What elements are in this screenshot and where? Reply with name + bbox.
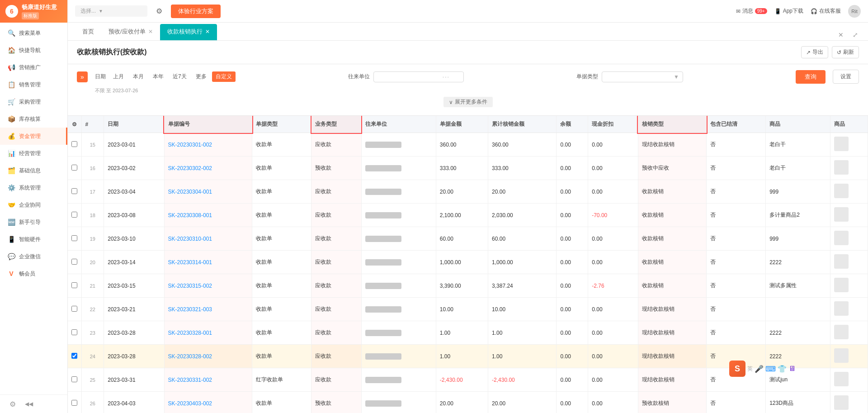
sidebar-item-finance[interactable]: 💰 资金管理 bbox=[0, 128, 67, 145]
solution-btn[interactable]: 体验行业方案 bbox=[171, 5, 221, 18]
refresh-icon: ↺ bbox=[837, 49, 841, 56]
cell-row_num: 16 bbox=[81, 157, 104, 180]
sidebar-item-system[interactable]: ⚙️ 系统管理 bbox=[0, 179, 67, 196]
collapse-icon[interactable]: ◀◀ bbox=[24, 399, 34, 409]
cell-doc_no[interactable]: SK-20230328-001 bbox=[164, 321, 252, 345]
cell-biz_type: 应收款 bbox=[311, 133, 362, 157]
cell-doc_no[interactable]: SK-20230314-001 bbox=[164, 251, 252, 274]
sidebar-item-basic[interactable]: 🗂️ 基础信息 bbox=[0, 162, 67, 179]
row-checkbox[interactable] bbox=[71, 141, 77, 147]
cell-row_num: 18 bbox=[81, 204, 104, 227]
cell-doc_no[interactable]: SK-20230304-001 bbox=[164, 180, 252, 204]
export-btn[interactable]: ↗ 导出 bbox=[801, 46, 828, 58]
row-checkbox[interactable] bbox=[71, 188, 77, 194]
settings-footer-icon[interactable]: ⚙ bbox=[7, 399, 18, 409]
date-option-custom[interactable]: 自定义 bbox=[212, 71, 236, 82]
user-avatar[interactable]: Rit bbox=[848, 5, 861, 18]
sidebar-item-inventory[interactable]: 📦 库存核算 bbox=[0, 110, 67, 128]
sidebar-item-marketing[interactable]: 📢 营销推广 bbox=[0, 59, 67, 76]
cell-doc_no[interactable]: SK-20230328-002 bbox=[164, 345, 252, 368]
row-checkbox[interactable] bbox=[71, 212, 77, 218]
cell-doc_no[interactable]: SK-20230331-002 bbox=[164, 368, 252, 392]
table-row[interactable]: 192023-03-10SK-20230310-001收款单应收款blur60.… bbox=[68, 227, 868, 251]
cell-biz_type: 应收款 bbox=[311, 227, 362, 251]
row-checkbox[interactable] bbox=[71, 282, 77, 288]
table-row[interactable]: 162023-03-02SK-20230302-002收款单预收款blur333… bbox=[68, 157, 868, 180]
counterparty-input[interactable]: ··· bbox=[373, 71, 464, 82]
tab-home[interactable]: 首页 bbox=[75, 24, 101, 40]
table-row[interactable]: 232023-03-28SK-20230328-001收款单应收款blur1.0… bbox=[68, 321, 868, 345]
table-row[interactable]: 182023-03-08SK-20230308-001收款单应收款blur2,1… bbox=[68, 204, 868, 227]
message-action[interactable]: ✉ 消息 99+ bbox=[736, 7, 767, 15]
cell-doc_no[interactable]: SK-20230321-003 bbox=[164, 298, 252, 321]
topbar: 选择... ▼ ⚙ 体验行业方案 ✉ 消息 99+ 📱 App下载 🎧 在线客服… bbox=[68, 0, 868, 23]
cell-doc_no[interactable]: SK-20230403-002 bbox=[164, 392, 252, 413]
company-selector[interactable]: 选择... ▼ bbox=[75, 5, 147, 17]
tab-collection-close[interactable]: ✕ bbox=[205, 28, 210, 35]
row-checkbox[interactable] bbox=[71, 165, 77, 171]
row-checkbox[interactable] bbox=[71, 235, 77, 241]
cell-doc_no[interactable]: SK-20230315-002 bbox=[164, 274, 252, 298]
sidebar-item-operations[interactable]: 📊 经营管理 bbox=[0, 145, 67, 162]
app-download-action[interactable]: 📱 App下载 bbox=[774, 7, 803, 15]
col-setting[interactable]: ⚙ bbox=[68, 116, 81, 133]
sidebar-item-search[interactable]: 🔍 搜索菜单 bbox=[0, 24, 67, 42]
cell-balance: 0.00 bbox=[557, 345, 588, 368]
row-checkbox[interactable] bbox=[71, 259, 77, 265]
cell-doc_no[interactable]: SK-20230308-001 bbox=[164, 204, 252, 227]
counterparty-dots[interactable]: ··· bbox=[443, 74, 450, 80]
cell-amount: 20.00 bbox=[436, 392, 488, 413]
sidebar-item-quicknav[interactable]: 🏠 快捷导航 bbox=[0, 42, 67, 59]
row-checkbox[interactable] bbox=[71, 400, 77, 406]
row-checkbox[interactable] bbox=[71, 353, 77, 359]
cell-cumulative: 1,000.00 bbox=[488, 251, 557, 274]
cell-amount: 60.00 bbox=[436, 227, 488, 251]
tab-prepay[interactable]: 预收/应收付单 ✕ bbox=[101, 24, 160, 40]
date-filter-group: 日期 上月 本月 本年 近7天 更多 自定义 bbox=[95, 71, 236, 82]
table-row[interactable]: 212023-03-15SK-20230315-002收款单应收款blur3,3… bbox=[68, 274, 868, 298]
filter-toggle-btn[interactable]: » bbox=[77, 71, 88, 82]
sidebar-item-hardware[interactable]: 📱 智能硬件 bbox=[0, 231, 67, 248]
tab-collection[interactable]: 收款核销执行 ✕ bbox=[160, 24, 217, 40]
folder-icon: 🗂️ bbox=[7, 166, 15, 175]
table-row[interactable]: 172023-03-04SK-20230304-001收款单应收款blur20.… bbox=[68, 180, 868, 204]
expand-conditions-btn[interactable]: ∨ 展开更多条件 bbox=[443, 97, 493, 107]
maximize-icon[interactable]: ⤢ bbox=[850, 29, 861, 40]
s-brand-icon: S bbox=[729, 361, 745, 377]
cell-include_settled: 否 bbox=[707, 157, 766, 180]
query-btn[interactable]: 查询 bbox=[796, 70, 826, 84]
online-service-action[interactable]: 🎧 在线客服 bbox=[811, 7, 841, 15]
col-biztype: 业务类型 bbox=[311, 116, 362, 133]
topbar-gear-icon[interactable]: ⚙ bbox=[153, 5, 165, 18]
date-option-last-month[interactable]: 上月 bbox=[109, 71, 127, 82]
tab-prepay-close[interactable]: ✕ bbox=[148, 28, 153, 35]
table-row[interactable]: 222023-03-21SK-20230321-003收款单应收款blur10.… bbox=[68, 298, 868, 321]
sidebar-item-guide[interactable]: 🆕 新手引导 bbox=[0, 214, 67, 231]
refresh-btn[interactable]: ↺ 刷新 bbox=[832, 46, 859, 58]
row-checkbox[interactable] bbox=[71, 376, 77, 382]
cell-counterparty: blur bbox=[361, 180, 436, 204]
table-row[interactable]: 262023-04-03SK-20230403-002收款单预收款blur20.… bbox=[68, 392, 868, 413]
cell-doc_no[interactable]: SK-20230301-002 bbox=[164, 133, 252, 157]
receipt-type-select[interactable]: ▼ bbox=[602, 71, 683, 82]
cell-doc_type: 收款单 bbox=[252, 392, 311, 413]
cell-doc_no[interactable]: SK-20230302-002 bbox=[164, 157, 252, 180]
date-option-this-month[interactable]: 本月 bbox=[129, 71, 147, 82]
sidebar-item-member[interactable]: V 畅会员 bbox=[0, 265, 67, 282]
cell-doc_no[interactable]: SK-20230310-001 bbox=[164, 227, 252, 251]
date-option-7days[interactable]: 近7天 bbox=[169, 71, 190, 82]
sidebar-item-enterprise[interactable]: 🤝 企业协同 bbox=[0, 196, 67, 214]
date-option-this-year[interactable]: 本年 bbox=[149, 71, 167, 82]
sidebar-item-purchase[interactable]: 🛒 采购管理 bbox=[0, 93, 67, 110]
row-checkbox[interactable] bbox=[71, 306, 77, 312]
row-checkbox[interactable] bbox=[71, 329, 77, 335]
date-option-more[interactable]: 更多 bbox=[192, 71, 210, 82]
close-window-icon[interactable]: ✕ bbox=[835, 29, 846, 40]
table-row[interactable]: 152023-03-01SK-20230301-002收款单应收款blur360… bbox=[68, 133, 868, 157]
sidebar-item-sales[interactable]: 📋 销售管理 bbox=[0, 76, 67, 93]
counterparty-text-input[interactable] bbox=[377, 74, 441, 80]
cell-cash_discount: 0.00 bbox=[588, 133, 638, 157]
sidebar-item-wechat[interactable]: 💬 企业微信 bbox=[0, 248, 67, 265]
filter-setting-btn[interactable]: 设置 bbox=[833, 70, 859, 84]
table-row[interactable]: 202023-03-14SK-20230314-001收款单应收款blur1,0… bbox=[68, 251, 868, 274]
